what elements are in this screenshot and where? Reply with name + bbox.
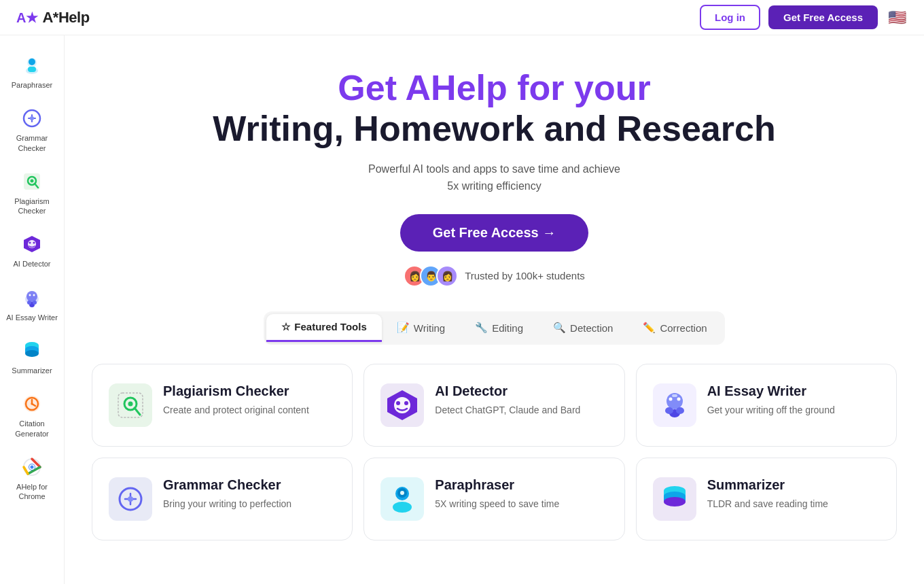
sidebar-item-ai-essay-label: AI Essay Writer [6, 313, 58, 322]
editing-tab-label: Editing [492, 322, 523, 334]
svg-point-59 [400, 491, 404, 495]
sidebar: Paraphraser Grammar Checker Plagiarism C… [0, 35, 65, 584]
sidebar-item-paraphraser[interactable]: Paraphraser [1, 46, 63, 97]
ai-detector-card-desc: Detect ChatGPT, Claude and Bard [435, 403, 580, 417]
card-plagiarism-checker[interactable]: Plagiarism Checker Create and protect or… [92, 364, 353, 447]
card-summarizer[interactable]: Summarizer TLDR and save reading time [636, 458, 897, 540]
svg-point-57 [393, 502, 412, 513]
ai-detector-card-content: AI Detector Detect ChatGPT, Claude and B… [435, 383, 580, 417]
correction-tab-icon: ✏️ [643, 322, 656, 334]
sidebar-item-citation-generator[interactable]: Citation Generator [1, 385, 63, 445]
grammar-card-title: Grammar Checker [163, 477, 291, 493]
hero-title-line1: Get AHelp for your [92, 68, 897, 109]
svg-point-16 [26, 291, 37, 302]
summarizer-card-title: Summarizer [707, 477, 828, 493]
hero-section: Get AHelp for your Writing, Homework and… [92, 68, 897, 287]
svg-point-39 [128, 401, 133, 406]
ai-detector-card-icon [380, 383, 424, 427]
ai-essay-icon [20, 286, 44, 310]
ai-essay-card-title: AI Essay Writer [707, 383, 835, 399]
summarizer-card-icon [653, 477, 696, 521]
svg-point-18 [33, 294, 35, 296]
language-flag-icon[interactable]: 🇺🇸 [886, 7, 908, 29]
plagiarism-card-content: Plagiarism Checker Create and protect or… [163, 383, 309, 417]
paraphraser-card-title: Paraphraser [435, 477, 559, 493]
sidebar-item-ahelp-chrome[interactable]: AHelp for Chrome [1, 448, 63, 509]
svg-point-13 [29, 242, 31, 244]
sidebar-item-plagiarism-checker[interactable]: Plagiarism Checker [1, 162, 63, 223]
grammar-icon [20, 106, 44, 131]
summarizer-card-content: Summarizer TLDR and save reading time [707, 477, 828, 511]
summarizer-card-desc: TLDR and save reading time [707, 497, 828, 511]
sidebar-item-ai-detector[interactable]: AI Detector [1, 225, 63, 275]
chrome-icon [20, 455, 44, 479]
ai-essay-card-desc: Get your writing off the ground [707, 403, 835, 417]
ai-detector-card-title: AI Detector [435, 383, 580, 399]
sidebar-item-summarizer[interactable]: Summarizer [1, 332, 63, 382]
tab-writing[interactable]: 📝 Writing [382, 315, 460, 341]
trust-row: 👩 👨 👩 Trusted by 100k+ students [92, 265, 897, 287]
plagiarism-card-icon [109, 383, 152, 427]
correction-tab-label: Correction [660, 322, 707, 334]
card-paraphraser[interactable]: Paraphraser 5X writing speed to save tim… [363, 458, 624, 540]
logo-text: A*Help [42, 9, 89, 27]
sidebar-item-grammar-checker[interactable]: Grammar Checker [1, 99, 63, 160]
detection-tab-icon: 🔍 [553, 322, 566, 334]
tool-tabs: ☆ Featured Tools 📝 Writing 🔧 Editing 🔍 D… [264, 311, 724, 345]
svg-point-10 [31, 179, 34, 182]
svg-point-2 [29, 58, 35, 65]
summarizer-icon [20, 339, 44, 363]
hero-cta-button[interactable]: Get Free Access → [400, 214, 589, 252]
logo-star-icon: A★ [16, 10, 38, 26]
svg-point-21 [33, 300, 37, 305]
plagiarism-card-title: Plagiarism Checker [163, 383, 309, 399]
login-button[interactable]: Log in [700, 5, 760, 30]
get-free-access-header-button[interactable]: Get Free Access [768, 5, 878, 29]
paraphraser-card-icon [380, 477, 424, 521]
editing-tab-icon: 🔧 [475, 322, 488, 334]
tab-editing[interactable]: 🔧 Editing [460, 315, 538, 341]
sidebar-item-citation-label: Citation Generator [5, 419, 58, 439]
svg-point-64 [664, 497, 686, 506]
sidebar-item-grammar-label: Grammar Checker [5, 133, 58, 153]
paraphraser-card-content: Paraphraser 5X writing speed to save tim… [435, 477, 559, 511]
sidebar-item-summarizer-label: Summarizer [12, 366, 52, 375]
tools-grid: Plagiarism Checker Create and protect or… [92, 364, 897, 540]
card-ai-essay-writer[interactable]: AI Essay Writer Get your writing off the… [636, 364, 897, 447]
featured-tab-icon: ☆ [281, 321, 290, 333]
tab-featured[interactable]: ☆ Featured Tools [266, 314, 381, 342]
logo[interactable]: A★A*Help [16, 9, 90, 27]
grammar-card-icon [109, 477, 152, 521]
sidebar-item-plagiarism-label: Plagiarism Checker [5, 196, 58, 216]
ai-essay-card-content: AI Essay Writer Get your writing off the… [707, 383, 835, 417]
sidebar-item-paraphraser-label: Paraphraser [12, 80, 53, 90]
featured-tab-label: Featured Tools [294, 321, 366, 332]
writing-tab-icon: 📝 [397, 322, 410, 334]
svg-point-20 [27, 300, 31, 305]
svg-point-48 [665, 407, 673, 414]
card-ai-detector[interactable]: AI Detector Detect ChatGPT, Claude and B… [363, 364, 624, 447]
plagiarism-icon [20, 169, 44, 194]
trust-avatar-3: 👩 [436, 265, 458, 287]
plagiarism-card-desc: Create and protect original content [163, 403, 309, 417]
trust-avatars: 👩 👨 👩 [404, 265, 458, 287]
paraphraser-icon [20, 53, 44, 78]
svg-point-17 [29, 294, 31, 296]
citation-icon [20, 392, 44, 416]
card-grammar-checker[interactable]: Grammar Checker Bring your writing to pe… [92, 458, 353, 540]
detection-tab-label: Detection [570, 322, 613, 334]
grammar-card-content: Grammar Checker Bring your writing to pe… [163, 477, 291, 511]
svg-rect-50 [672, 394, 677, 397]
header: A★A*Help Log in Get Free Access 🇺🇸 [0, 0, 924, 35]
svg-point-26 [25, 350, 39, 357]
svg-point-35 [31, 465, 34, 468]
ai-detector-icon [20, 232, 44, 256]
svg-point-42 [396, 401, 400, 405]
hero-subtitle: Powerful AI tools and apps to save time … [92, 160, 897, 195]
main-content: Get AHelp for your Writing, Homework and… [65, 35, 924, 584]
sidebar-item-ai-detector-label: AI Detector [13, 259, 50, 269]
svg-point-43 [404, 401, 408, 405]
tab-correction[interactable]: ✏️ Correction [628, 315, 722, 341]
sidebar-item-ai-essay-writer[interactable]: AI Essay Writer [1, 279, 63, 329]
tab-detection[interactable]: 🔍 Detection [538, 315, 628, 341]
